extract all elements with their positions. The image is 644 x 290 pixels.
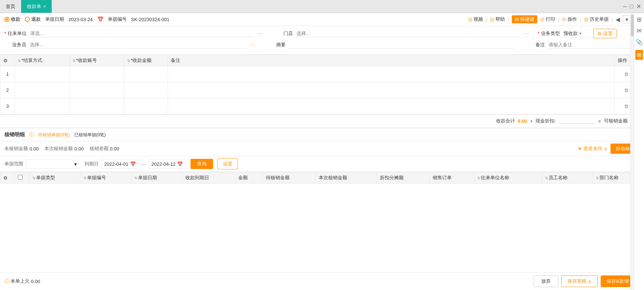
shortcut-action[interactable]: ⊟ 快捷键: [512, 15, 537, 23]
operation-action[interactable]: ⊙ 操作: [562, 16, 577, 23]
video-action[interactable]: ◎ 视频: [468, 16, 483, 23]
top-toolbar: 收款 退款 单据日期 2023-03-24 📅 单据编号 SK-20230324…: [0, 13, 644, 26]
table-sidebar-icon[interactable]: ⊞: [637, 16, 641, 23]
unverified-stat: 未核销金额 0.00: [4, 145, 39, 152]
partner-input[interactable]: [29, 30, 254, 37]
number-sort-icon[interactable]: ⇅: [83, 176, 86, 180]
recon-settings-button[interactable]: 设置: [217, 158, 238, 169]
account-sort-icon[interactable]: ⇅: [72, 59, 75, 63]
settle-sort-icon[interactable]: ⇅: [18, 59, 21, 63]
table-row: 3 🗑 ⊕: [0, 98, 644, 114]
help-icon: ◎: [490, 16, 494, 22]
amount-col-header: ⇅ *收款金额: [124, 55, 168, 66]
settings-button[interactable]: ⚙ 设置: [593, 29, 617, 38]
amount-recon-col-header: 金额: [235, 172, 263, 184]
remark-cell-3[interactable]: [168, 98, 615, 114]
delete-icon-1[interactable]: 🗑: [624, 71, 629, 77]
settings-col-header[interactable]: ⚙: [0, 55, 15, 66]
account-cell-2[interactable]: [70, 82, 124, 98]
delete-icon-2[interactable]: 🗑: [624, 87, 629, 93]
grid-btn-list[interactable]: ≡: [623, 15, 631, 23]
done-tab[interactable]: 已核销单据(0笔): [74, 132, 106, 138]
amount-cell-3[interactable]: [124, 98, 168, 114]
more-conditions-btn[interactable]: ▼ 更多条件 ∧: [577, 145, 608, 152]
partner-recon-col-header: ⇅ 往来单位名称: [474, 172, 542, 184]
save-draft-button[interactable]: 保存草稿 ∧: [561, 275, 598, 287]
amount-cell-1[interactable]: [124, 66, 168, 82]
info-icon[interactable]: ⓘ: [29, 132, 34, 138]
settle-cell-3[interactable]: [15, 98, 70, 114]
staff-input[interactable]: [28, 41, 247, 48]
account-cell-1[interactable]: [70, 66, 124, 82]
date-sort-icon[interactable]: ⇅: [134, 176, 137, 180]
settings-label: 设置: [603, 30, 613, 37]
save-draft-label: 保存草稿: [568, 278, 586, 285]
maximize-button[interactable]: □: [630, 3, 633, 10]
store-sort-icon[interactable]: ⇅: [596, 176, 599, 180]
remark-cell-1[interactable]: [168, 66, 615, 82]
refund-radio[interactable]: 退款: [25, 16, 41, 23]
tab-close-icon[interactable]: ×: [43, 4, 46, 9]
remark-cell-2[interactable]: [168, 82, 615, 98]
checkbox-col-header[interactable]: [15, 172, 30, 184]
abandon-button[interactable]: 放弃: [534, 275, 558, 287]
staff-sort-icon[interactable]: ⇅: [545, 176, 548, 180]
scroll-track[interactable]: [630, 13, 634, 290]
business-type-select[interactable]: 预收款 ▾: [562, 30, 591, 38]
scroll-thumb[interactable]: [631, 15, 634, 36]
type-sort-icon[interactable]: ⇅: [32, 176, 35, 180]
select-all-checkbox[interactable]: [18, 175, 23, 180]
recon-title: 核销明细: [4, 132, 25, 138]
query-button[interactable]: 查询: [191, 159, 213, 169]
receipt-radio[interactable]: 收款: [4, 16, 20, 23]
expand-sidebar-icon[interactable]: ⊞: [635, 50, 643, 60]
tab-current[interactable]: 收款单 ×: [21, 0, 52, 13]
date-separator: —: [141, 161, 146, 167]
staff-col-header: ⇅ 员工名称: [542, 172, 593, 184]
partner-more-btn[interactable]: ···: [258, 30, 262, 37]
bottom-info-value: 0.00: [31, 279, 40, 284]
range-select[interactable]: ▾: [25, 160, 80, 169]
store-input[interactable]: [295, 30, 521, 37]
note-input[interactable]: [547, 41, 640, 48]
mail-sidebar-icon[interactable]: ✉: [637, 27, 641, 34]
sales-order-col-header: 销售订单: [430, 172, 474, 184]
chevron-up-icon: ∧: [604, 146, 608, 152]
store-more-btn[interactable]: ···: [524, 30, 529, 37]
calendar-icon[interactable]: 📅: [97, 16, 103, 22]
date-to-picker[interactable]: 2022-04-12 📅: [148, 160, 186, 169]
video-icon: ◎: [468, 16, 472, 22]
account-cell-3[interactable]: [70, 98, 124, 114]
summary-input[interactable]: [288, 41, 514, 48]
store-field: 门店 ···: [271, 30, 529, 37]
business-type-label: 业务类型: [538, 30, 560, 37]
nav-left-icon[interactable]: ◀: [616, 16, 620, 23]
video-label: 视频: [474, 16, 483, 23]
history-action[interactable]: ⊟ 历史单据: [584, 16, 609, 23]
current-stat: 本次核销金额 0.00: [44, 145, 83, 152]
amount-sort-icon[interactable]: ⇅: [127, 59, 130, 63]
print-action[interactable]: ⊙ 打印: [540, 16, 555, 23]
discount-input[interactable]: [559, 118, 595, 124]
filter-icon: ▼: [577, 146, 582, 152]
gear-recon-icon[interactable]: ⚙: [3, 175, 8, 181]
history-icon: ⊟: [584, 16, 589, 22]
amount-cell-2[interactable]: [124, 82, 168, 98]
tab-home[interactable]: 首页: [0, 0, 21, 13]
attachment-sidebar-icon[interactable]: 📎: [636, 39, 643, 46]
close-button[interactable]: ✕: [636, 3, 641, 10]
settle-cell-1[interactable]: [15, 66, 70, 82]
recon-table: ⚙ ⇅ 单据类型 ⇅: [0, 172, 644, 184]
verifiable-label: 可核销金额: [604, 118, 628, 124]
delete-icon-3[interactable]: 🗑: [624, 103, 629, 109]
date-from-picker[interactable]: 2022-04-01 📅: [101, 160, 139, 169]
partner-sort-icon[interactable]: ⇅: [477, 176, 480, 180]
minimize-button[interactable]: ─: [623, 3, 627, 10]
staff-label: 业务员: [4, 42, 26, 48]
settle-cell-2[interactable]: [15, 82, 70, 98]
diff-stat: 核销差额 0.00: [90, 145, 119, 152]
pending-tab[interactable]: 待核销单据(0笔): [38, 132, 70, 138]
staff-more-btn[interactable]: ···: [250, 42, 255, 48]
total-label: 收款合计: [496, 118, 515, 124]
help-action[interactable]: ◎ 帮助: [490, 16, 505, 23]
